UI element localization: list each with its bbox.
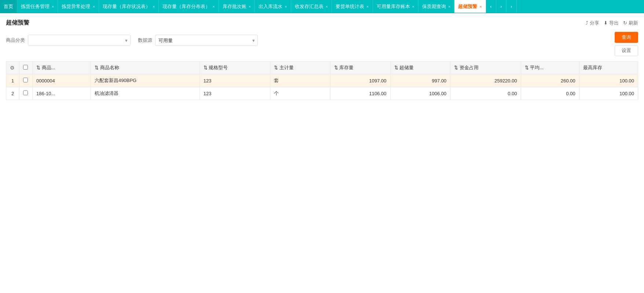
nav-summary[interactable]: 收发存汇总表 × <box>291 0 332 13</box>
row-unit: 套 <box>270 74 330 87</box>
page-header: 超储预警 ⤴ 分享 ⬇ 导出 ↻ 刷新 <box>6 19 638 27</box>
row-capital: 259220.00 <box>450 74 521 87</box>
nav-close-batch-account[interactable]: × <box>249 4 251 9</box>
datasource-select[interactable]: 可用量 <box>155 35 258 46</box>
th-checkbox <box>19 62 33 74</box>
nav-stock-status[interactable]: 现存量（库存状况表） × <box>99 0 159 13</box>
row-max-stock: 100.00 <box>579 74 638 87</box>
refresh-button[interactable]: ↻ 刷新 <box>623 20 638 26</box>
row-num: 1 <box>6 74 19 87</box>
top-navigation: 首页 拣货任务管理 × 拣货异常处理 × 现存量（库存状况表） × 现存量（库存… <box>0 0 644 13</box>
datasource-label: 数据源 <box>138 37 152 44</box>
nav-pick-exception[interactable]: 拣货异常处理 × <box>58 0 99 13</box>
th-avg[interactable]: ⇅ 平均... <box>521 62 579 74</box>
row-name: 六配套新昌490BPG <box>91 74 200 87</box>
settings-button[interactable]: 设置 <box>615 45 638 56</box>
header-actions: ⤴ 分享 ⬇ 导出 ↻ 刷新 <box>586 20 638 26</box>
th-stock[interactable]: ⇅ 库存量 <box>330 62 390 74</box>
row-capital: 0.00 <box>450 87 521 100</box>
th-code[interactable]: ⇅ 商品... <box>33 62 91 74</box>
th-overstock[interactable]: ⇅ 超储量 <box>390 62 450 74</box>
select-all-checkbox[interactable] <box>23 65 28 70</box>
refresh-icon: ↻ <box>623 20 627 26</box>
main-content: 超储预警 ⤴ 分享 ⬇ 导出 ↻ 刷新 商品分类 <box>0 13 644 293</box>
th-spec[interactable]: ⇅ 规格型号 <box>200 62 270 74</box>
nav-next-arrow[interactable]: › <box>496 0 506 13</box>
category-filter: 商品分类 <box>6 35 131 46</box>
nav-close-stock-dist[interactable]: × <box>212 4 215 9</box>
table-header-row: ⚙ ⇅ 商品... ⇅ 商品名称 ⇅ 规格型号 ⇅ <box>6 62 638 74</box>
nav-order-stats[interactable]: 要货单统计表 × <box>332 0 373 13</box>
row-num: 2 <box>6 87 19 100</box>
nav-close-overstock[interactable]: × <box>479 4 482 9</box>
nav-close-expiry[interactable]: × <box>448 4 450 9</box>
th-max-stock: 最高库存 <box>579 62 638 74</box>
row-checkbox[interactable] <box>23 78 28 82</box>
gear-icon[interactable]: ⚙ <box>10 65 15 71</box>
category-select[interactable] <box>28 35 131 46</box>
row-checkbox-cell <box>19 74 33 87</box>
share-button[interactable]: ⤴ 分享 <box>586 20 599 26</box>
row-avg: 0.00 <box>521 87 579 100</box>
category-select-wrapper <box>28 35 131 46</box>
export-icon: ⬇ <box>604 20 608 26</box>
row-overstock: 997.00 <box>390 74 450 87</box>
row-stock: 1106.00 <box>330 87 390 100</box>
nav-close-pick-task[interactable]: × <box>52 4 54 9</box>
nav-stock-dist[interactable]: 现存量（库存分布表） × <box>159 0 219 13</box>
row-overstock: 1006.00 <box>390 87 450 100</box>
nav-available-stock[interactable]: 可用量库存账本 × <box>373 0 418 13</box>
nav-batch-account[interactable]: 库存批次账 × <box>219 0 255 13</box>
th-name[interactable]: ⇅ 商品名称 <box>91 62 200 74</box>
nav-close-inout-flow[interactable]: × <box>285 4 287 9</box>
page-title: 超储预警 <box>6 19 29 27</box>
nav-close-summary[interactable]: × <box>326 4 328 9</box>
row-checkbox[interactable] <box>23 90 28 95</box>
filter-actions: 查询 设置 <box>615 32 638 56</box>
row-max-stock: 100.00 <box>579 87 638 100</box>
row-spec: 123 <box>200 87 270 100</box>
nav-pick-task[interactable]: 拣货任务管理 × <box>17 0 58 13</box>
table-row: 1 0000004 六配套新昌490BPG 123 套 1097.00 997.… <box>6 74 638 87</box>
th-capital[interactable]: ⇅ 资金占用 <box>450 62 521 74</box>
nav-close-stock-status[interactable]: × <box>153 4 155 9</box>
nav-close-order-stats[interactable]: × <box>366 4 369 9</box>
row-stock: 1097.00 <box>330 74 390 87</box>
nav-home[interactable]: 首页 <box>0 0 17 13</box>
export-button[interactable]: ⬇ 导出 <box>604 20 619 26</box>
nav-more-arrow[interactable]: › <box>506 0 517 13</box>
nav-close-available-stock[interactable]: × <box>412 4 414 9</box>
data-table: ⚙ ⇅ 商品... ⇅ 商品名称 ⇅ 规格型号 ⇅ <box>6 61 638 100</box>
datasource-filter: 数据源 可用量 <box>138 35 258 46</box>
nav-expiry[interactable]: 保质期查询 × <box>418 0 454 13</box>
category-label: 商品分类 <box>6 37 25 44</box>
nav-inout-flow[interactable]: 出入库流水 × <box>255 0 291 13</box>
row-avg: 260.00 <box>521 74 579 87</box>
row-unit: 个 <box>270 87 330 100</box>
table-row: 2 186-10... 机油滤清器 123 个 1106.00 1006.00 … <box>6 87 638 100</box>
nav-overstock[interactable]: 超储预警 × <box>454 0 486 13</box>
row-code: 0000004 <box>33 74 91 87</box>
nav-close-pick-exception[interactable]: × <box>92 4 95 9</box>
th-settings: ⚙ <box>6 62 19 74</box>
nav-prev-arrow[interactable]: ‹ <box>486 0 496 13</box>
row-name: 机油滤清器 <box>91 87 200 100</box>
query-button[interactable]: 查询 <box>615 32 638 43</box>
share-icon: ⤴ <box>586 20 588 26</box>
row-code: 186-10... <box>33 87 91 100</box>
th-unit[interactable]: ⇅ 主计量 <box>270 62 330 74</box>
datasource-select-wrapper: 可用量 <box>155 35 258 46</box>
row-spec: 123 <box>200 74 270 87</box>
row-checkbox-cell <box>19 87 33 100</box>
